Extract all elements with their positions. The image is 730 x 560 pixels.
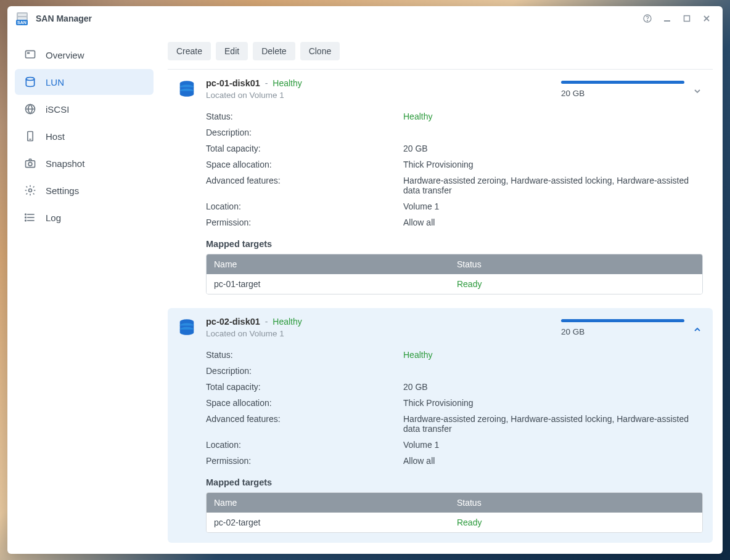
sidebar-item-lun[interactable]: LUN <box>15 69 154 95</box>
target-name: pc-02-target <box>207 513 449 532</box>
sidebar: Overview LUN iSCSI Host <box>7 31 162 554</box>
lun-header: pc-01-disk01 - Healthy Located on Volume… <box>178 78 703 100</box>
separator: - <box>265 317 268 327</box>
value-status: Healthy <box>403 350 703 360</box>
svg-rect-10 <box>26 161 35 168</box>
lun-name: pc-01-disk01 <box>206 78 260 88</box>
log-icon <box>23 211 37 224</box>
value-permission: Allow all <box>403 217 703 227</box>
maximize-button[interactable] <box>677 9 697 28</box>
label-permission: Permission: <box>206 456 403 466</box>
table-row[interactable]: pc-02-target Ready <box>207 513 702 532</box>
lun-health: Healthy <box>273 78 301 88</box>
lun-location-summary: Located on Volume 1 <box>206 91 551 100</box>
svg-point-18 <box>25 220 27 221</box>
label-status: Status: <box>206 350 403 360</box>
value-advanced-features: Hardware-assisted zeroing, Hardware-assi… <box>403 414 703 434</box>
col-status: Status <box>449 254 702 274</box>
value-permission: Allow all <box>403 456 703 466</box>
titlebar: SAN SAN Manager <box>7 6 723 31</box>
svg-point-12 <box>29 189 32 192</box>
value-space-allocation: Thick Provisioning <box>403 160 703 169</box>
svg-point-16 <box>25 214 27 215</box>
label-advanced-features: Advanced features: <box>206 176 403 195</box>
value-location: Volume 1 <box>403 201 703 211</box>
svg-rect-5 <box>27 52 30 54</box>
mapped-targets-table: Name Status pc-02-target Ready <box>206 492 703 533</box>
value-total-capacity: 20 GB <box>403 144 703 153</box>
value-status: Healthy <box>403 112 703 121</box>
lun-health: Healthy <box>273 317 301 327</box>
edit-button[interactable]: Edit <box>216 42 248 60</box>
label-location: Location: <box>206 440 403 450</box>
globe-icon <box>23 102 37 116</box>
lun-card[interactable]: pc-02-disk01 - Healthy Located on Volume… <box>168 308 713 543</box>
lun-icon <box>23 75 37 89</box>
lun-size: 20 GB <box>561 327 684 336</box>
disk-stack-icon <box>178 318 196 336</box>
overview-icon <box>23 48 37 62</box>
label-total-capacity: Total capacity: <box>206 144 403 153</box>
toolbar: Create Edit Delete Clone <box>168 42 713 70</box>
sidebar-item-snapshot[interactable]: Snapshot <box>15 150 154 176</box>
sidebar-item-label: Host <box>46 131 65 142</box>
svg-point-6 <box>26 78 34 81</box>
target-status: Ready <box>449 274 702 294</box>
help-button[interactable] <box>638 9 657 28</box>
table-row[interactable]: pc-01-target Ready <box>207 274 702 294</box>
sidebar-item-label: Snapshot <box>46 158 84 169</box>
label-status: Status: <box>206 112 403 121</box>
mapped-targets-title: Mapped targets <box>206 239 703 249</box>
svg-point-11 <box>28 162 32 166</box>
main-content: Create Edit Delete Clone pc-01-disk01 - … <box>162 31 723 554</box>
sidebar-item-label: Settings <box>46 185 79 196</box>
label-description: Description: <box>206 366 403 376</box>
target-status: Ready <box>449 513 702 532</box>
collapse-toggle[interactable] <box>692 324 703 335</box>
delete-button[interactable]: Delete <box>253 42 295 60</box>
app-title: SAN Manager <box>36 14 92 23</box>
label-total-capacity: Total capacity: <box>206 382 403 392</box>
label-permission: Permission: <box>206 217 403 227</box>
collapse-toggle[interactable] <box>692 86 703 97</box>
target-name: pc-01-target <box>207 274 449 294</box>
value-space-allocation: Thick Provisioning <box>403 398 703 408</box>
sidebar-item-overview[interactable]: Overview <box>15 42 154 68</box>
lun-header: pc-02-disk01 - Healthy Located on Volume… <box>178 317 703 338</box>
app-icon: SAN <box>16 12 30 25</box>
lun-size: 20 GB <box>561 89 684 98</box>
sidebar-item-iscsi[interactable]: iSCSI <box>15 96 154 122</box>
separator: - <box>265 78 268 88</box>
usage-bar <box>561 81 684 84</box>
value-location: Volume 1 <box>403 440 703 450</box>
create-button[interactable]: Create <box>168 42 211 60</box>
value-advanced-features: Hardware-assisted zeroing, Hardware-assi… <box>403 176 703 195</box>
app-window: SAN SAN Manager Overview <box>7 6 723 554</box>
value-description <box>403 366 703 376</box>
sidebar-item-settings[interactable]: Settings <box>15 177 154 203</box>
minimize-button[interactable] <box>657 9 677 28</box>
camera-icon <box>23 156 37 170</box>
value-total-capacity: 20 GB <box>403 382 703 392</box>
lun-card[interactable]: pc-01-disk01 - Healthy Located on Volume… <box>168 70 713 304</box>
usage-bar <box>561 319 684 322</box>
value-description <box>403 128 703 137</box>
sidebar-item-label: Log <box>46 213 61 223</box>
sidebar-item-label: Overview <box>46 50 84 60</box>
gear-icon <box>23 184 37 197</box>
close-button[interactable] <box>697 9 716 28</box>
label-description: Description: <box>206 128 403 137</box>
col-name: Name <box>207 493 449 513</box>
lun-location-summary: Located on Volume 1 <box>206 329 551 338</box>
sidebar-item-log[interactable]: Log <box>15 205 154 230</box>
disk-stack-icon <box>178 79 196 98</box>
clone-button[interactable]: Clone <box>300 42 340 60</box>
mapped-targets-title: Mapped targets <box>206 477 703 487</box>
lun-name: pc-02-disk01 <box>206 317 260 327</box>
sidebar-item-label: iSCSI <box>46 104 69 115</box>
sidebar-item-label: LUN <box>46 77 64 87</box>
host-icon <box>23 129 37 143</box>
label-space-allocation: Space allocation: <box>206 398 403 408</box>
col-name: Name <box>207 254 449 274</box>
sidebar-item-host[interactable]: Host <box>15 123 154 149</box>
